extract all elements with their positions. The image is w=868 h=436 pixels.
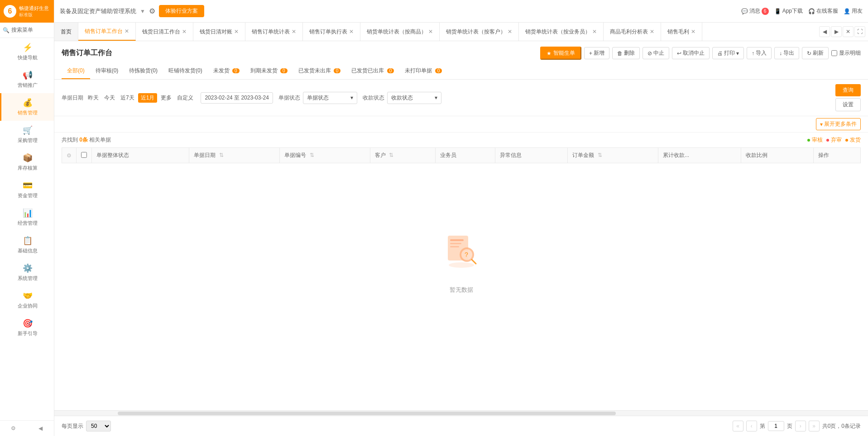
page-number-input[interactable] bbox=[768, 421, 784, 431]
subtab-pending-check[interactable]: 待拣验货(0) bbox=[124, 63, 163, 79]
tab-reconcile[interactable]: 钱货日清对账 ✕ bbox=[193, 23, 245, 41]
th-doc-number[interactable]: 单据编号 ⇅ bbox=[280, 148, 370, 163]
industry-solution-btn[interactable]: 体验行业方案 bbox=[159, 5, 204, 17]
svg-text:?: ? bbox=[465, 251, 468, 258]
user-menu-btn[interactable]: 👤 用友 bbox=[844, 7, 863, 15]
subtab-not-shipped[interactable]: 未发货 0 bbox=[208, 63, 245, 79]
subtab-shipped-not-out[interactable]: 已发货未出库 0 bbox=[293, 63, 346, 79]
th-checkbox[interactable] bbox=[77, 148, 92, 163]
tab-close-sales-exec[interactable]: ✕ bbox=[349, 28, 354, 35]
tab-sales-exec[interactable]: 销售订单执行表 ✕ bbox=[303, 23, 360, 41]
tab-close-all-btn[interactable]: ✕ bbox=[843, 26, 854, 37]
show-detail-checkbox[interactable] bbox=[831, 50, 837, 56]
tab-next-btn[interactable]: ▶ bbox=[831, 26, 842, 37]
tab-close-cash[interactable]: ✕ bbox=[182, 28, 187, 35]
prev-page-btn[interactable]: ‹ bbox=[746, 421, 757, 431]
sidebar-item-marketing[interactable]: 📢 营销推广 bbox=[0, 66, 54, 93]
tab-sales-by-product[interactable]: 销货单统计表（按商品） ✕ bbox=[360, 23, 440, 41]
set-btn[interactable]: 设置 bbox=[835, 98, 861, 111]
sidebar-item-inventory[interactable]: 📦 库存核算 bbox=[0, 148, 54, 176]
import-btn[interactable]: ↑ 导入 bbox=[747, 47, 772, 59]
page-size-select[interactable]: 50 100 200 bbox=[86, 421, 111, 431]
th-settings[interactable]: ⚙ bbox=[62, 148, 77, 163]
message-btn[interactable]: 💬 消息 6 bbox=[741, 7, 769, 15]
tab-prev-btn[interactable]: ◀ bbox=[819, 26, 830, 37]
tab-sales-stats[interactable]: 销售订单统计表 ✕ bbox=[245, 23, 303, 41]
print-btn[interactable]: 🖨 打印 ▾ bbox=[712, 47, 744, 59]
tab-cash-daily[interactable]: 钱货日清工作台 ✕ bbox=[136, 23, 193, 41]
select-all-checkbox[interactable] bbox=[81, 152, 87, 158]
export-btn[interactable]: ↓ 导出 bbox=[774, 47, 799, 59]
refresh-btn[interactable]: ↻ 刷新 bbox=[802, 47, 829, 59]
sidebar-item-system[interactable]: ⚙️ 系统管理 bbox=[0, 259, 54, 286]
new-btn[interactable]: + 新增 bbox=[584, 47, 609, 59]
th-doc-status: 单据整体状态 bbox=[92, 148, 189, 163]
sidebar-item-sales[interactable]: 💰 销售管理 bbox=[0, 93, 54, 121]
review-action-btn[interactable]: 审核 bbox=[807, 136, 823, 144]
show-detail-label[interactable]: 显示明细 bbox=[831, 49, 861, 57]
tab-close-by-staff[interactable]: ✕ bbox=[592, 28, 597, 35]
subtab-shipped-out[interactable]: 已发货已出库 0 bbox=[346, 63, 399, 79]
message-badge: 6 bbox=[762, 8, 769, 15]
app-download-btn[interactable]: 📱 App下载 bbox=[774, 7, 803, 15]
subtab-all[interactable]: 全部(0) bbox=[62, 63, 90, 79]
sidebar-item-purchase[interactable]: 🛒 采购管理 bbox=[0, 121, 54, 148]
date-7days-btn[interactable]: 近7天 bbox=[119, 93, 136, 103]
gear-icon[interactable]: ⚙ bbox=[149, 7, 155, 15]
th-customer[interactable]: 客户 ⇅ bbox=[370, 148, 436, 163]
date-yesterday-btn[interactable]: 昨天 bbox=[86, 93, 101, 103]
scrollbar-thumb[interactable] bbox=[118, 412, 616, 415]
date-range-display[interactable]: 2023-02-24 至 2023-03-24 bbox=[201, 92, 273, 104]
sidebar-item-operations[interactable]: 📊 经营管理 bbox=[0, 204, 54, 231]
date-1month-btn[interactable]: 近1月 bbox=[138, 93, 158, 103]
stop-btn[interactable]: ⊘ 中止 bbox=[643, 47, 669, 59]
tab-sales-by-staff[interactable]: 销货单统计表（按业务员） ✕ bbox=[519, 23, 604, 41]
subtab-wangpu-ship[interactable]: 旺铺待发货(0) bbox=[163, 63, 208, 79]
date-custom-btn[interactable]: 自定义 bbox=[175, 93, 195, 103]
sidebar-item-guide[interactable]: 🎯 新手引导 bbox=[0, 314, 54, 341]
settings-bottom-btn[interactable]: ⚙ bbox=[0, 421, 27, 436]
last-page-btn[interactable]: » bbox=[809, 421, 820, 431]
th-order-amount[interactable]: 订单金额 ⇅ bbox=[568, 148, 658, 163]
smart-create-btn[interactable]: ★ 智能生单 bbox=[540, 47, 581, 60]
sidebar-item-quick-nav[interactable]: ⚡ 快捷导航 bbox=[0, 38, 54, 66]
cancel-stop-btn[interactable]: ↩ 取消中止 bbox=[672, 47, 710, 59]
subtab-pending-review[interactable]: 待审核(0) bbox=[90, 63, 124, 79]
tab-gross-margin[interactable]: 商品毛利分析表 ✕ bbox=[604, 23, 661, 41]
th-doc-date[interactable]: 单据日期 ⇅ bbox=[189, 148, 280, 163]
horizontal-scrollbar[interactable] bbox=[54, 410, 868, 416]
tab-maximize-btn[interactable]: ⛶ bbox=[854, 26, 865, 37]
tab-close-reconcile[interactable]: ✕ bbox=[234, 28, 239, 35]
date-more-btn[interactable]: 更多 bbox=[159, 93, 173, 103]
cancel-review-action-btn[interactable]: 弃审 bbox=[826, 136, 842, 144]
payment-select[interactable]: 收款状态 ▾ bbox=[387, 92, 441, 104]
tab-close-gross-margin[interactable]: ✕ bbox=[650, 28, 654, 35]
ship-action-btn[interactable]: 发货 bbox=[845, 136, 861, 144]
sidebar-item-finance[interactable]: 💳 资金管理 bbox=[0, 176, 54, 204]
sidebar-item-enterprise[interactable]: 🤝 企业协同 bbox=[0, 286, 54, 314]
sidebar-bottom: ⚙ ◀ bbox=[0, 420, 54, 436]
next-page-btn[interactable]: › bbox=[795, 421, 806, 431]
tab-close-sales[interactable]: ✕ bbox=[125, 28, 129, 34]
expand-filter-btn[interactable]: ▾ 展开更多条件 bbox=[816, 118, 861, 130]
tab-sales-by-customer[interactable]: 销货单统计表（按客户） ✕ bbox=[440, 23, 519, 41]
tab-sales-profit[interactable]: 销售毛利 ✕ bbox=[661, 23, 702, 41]
query-btn[interactable]: 查询 bbox=[835, 84, 861, 96]
tab-close-by-product[interactable]: ✕ bbox=[428, 28, 433, 35]
tab-sales-workbench[interactable]: 销售订单工作台 ✕ bbox=[78, 23, 136, 41]
tab-close-sales-stats[interactable]: ✕ bbox=[292, 28, 296, 35]
subtab-not-printed[interactable]: 未打印单据 0 bbox=[399, 63, 447, 79]
online-service-btn[interactable]: 🎧 在线客服 bbox=[808, 7, 838, 15]
sidebar-item-search[interactable]: 🔍 搜索菜单 bbox=[0, 23, 54, 38]
delete-btn[interactable]: 🗑 删除 bbox=[612, 47, 640, 59]
subtab-overdue-ship[interactable]: 到期未发货 0 bbox=[245, 63, 293, 79]
sidebar-item-basic-info[interactable]: 📋 基础信息 bbox=[0, 231, 54, 259]
first-page-btn[interactable]: « bbox=[733, 421, 743, 431]
collapse-sidebar-btn[interactable]: ◀ bbox=[27, 421, 54, 436]
date-today-btn[interactable]: 今天 bbox=[102, 93, 117, 103]
svg-rect-2 bbox=[450, 239, 464, 241]
tab-close-sales-profit[interactable]: ✕ bbox=[691, 28, 695, 35]
tab-home[interactable]: 首页 bbox=[54, 23, 78, 41]
status-select[interactable]: 单据状态 ▾ bbox=[303, 92, 357, 104]
tab-close-by-customer[interactable]: ✕ bbox=[508, 28, 512, 35]
